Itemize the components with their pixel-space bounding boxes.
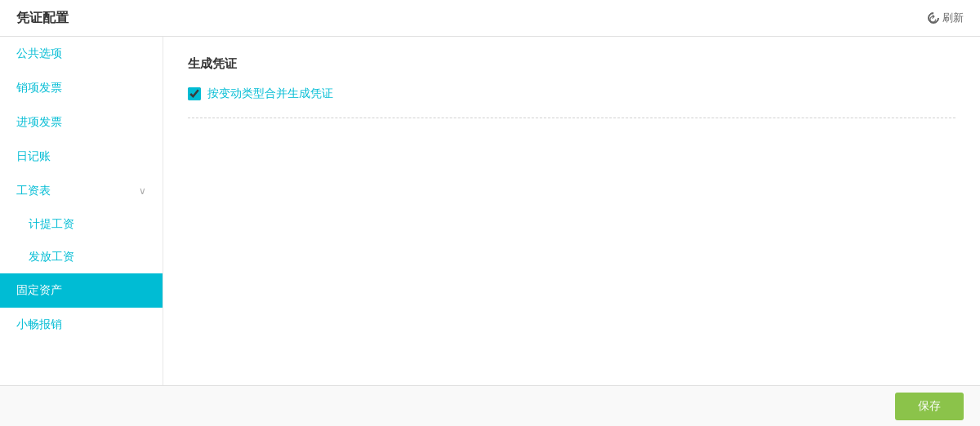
sidebar-item-label: 小畅报销 <box>16 317 62 332</box>
sidebar-item-label: 固定资产 <box>16 283 62 298</box>
sidebar-item-fixed-assets[interactable]: 固定资产 <box>0 273 163 308</box>
section-divider <box>188 118 956 118</box>
sidebar-item-label: 进项发票 <box>16 115 62 130</box>
header: 凭证配置 ↻ 刷新 <box>0 0 980 37</box>
checkbox-row: 按变动类型合并生成凭证 <box>188 87 956 101</box>
sidebar-item-sales-invoice[interactable]: 销项发票 <box>0 71 163 105</box>
sidebar-item-label: 销项发票 <box>16 81 62 95</box>
sidebar: 公共选项 销项发票 进项发票 日记账 工资表 ∨ 计提工资 <box>0 37 163 385</box>
section-title: 生成凭证 <box>188 56 956 72</box>
page-title: 凭证配置 <box>16 10 69 27</box>
sidebar-item-calc-salary[interactable]: 计提工资 <box>0 208 163 241</box>
sidebar-item-purchase-invoice[interactable]: 进项发票 <box>0 105 163 140</box>
content-area: 生成凭证 按变动类型合并生成凭证 <box>163 37 980 385</box>
footer: 保存 <box>0 385 980 426</box>
sidebar-item-label: 日记账 <box>16 149 51 164</box>
sidebar-item-public-options[interactable]: 公共选项 <box>0 37 163 71</box>
main-layout: 公共选项 销项发票 进项发票 日记账 工资表 ∨ 计提工资 <box>0 37 980 385</box>
merge-by-type-label[interactable]: 按变动类型合并生成凭证 <box>207 87 333 101</box>
sidebar-item-journal[interactable]: 日记账 <box>0 140 163 174</box>
sidebar-item-label: 计提工资 <box>29 217 74 230</box>
refresh-button[interactable]: ↻ 刷新 <box>928 11 964 25</box>
sidebar-item-label: 发放工资 <box>29 250 74 263</box>
refresh-label: 刷新 <box>942 11 964 25</box>
sidebar-item-payroll[interactable]: 工资表 ∨ <box>0 174 163 208</box>
merge-by-type-checkbox[interactable] <box>188 87 201 100</box>
sidebar-item-pay-salary[interactable]: 发放工资 <box>0 241 163 273</box>
sidebar-item-label: 公共选项 <box>16 47 62 61</box>
chevron-down-icon: ∨ <box>139 185 146 197</box>
save-button[interactable]: 保存 <box>895 393 964 420</box>
refresh-icon: ↻ <box>925 10 942 26</box>
sidebar-item-label: 工资表 <box>16 184 51 198</box>
sidebar-item-expense-report[interactable]: 小畅报销 <box>0 308 163 342</box>
page-container: 凭证配置 ↻ 刷新 公共选项 销项发票 进项发票 日记账 <box>0 0 980 426</box>
